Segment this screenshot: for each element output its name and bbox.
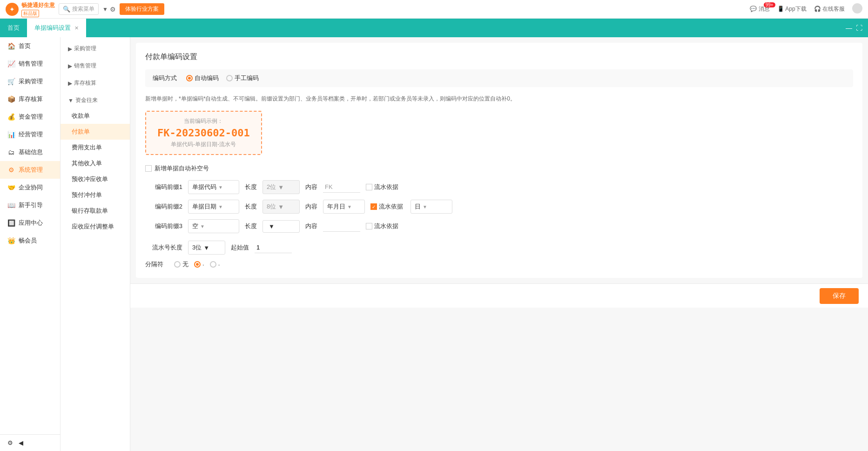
sales-icon: 📈: [7, 60, 15, 67]
prefix2-select[interactable]: 单据日期 ▼: [188, 200, 239, 214]
length2-label: 长度: [245, 202, 257, 211]
search-label: 搜索菜单: [72, 5, 94, 13]
prefix3-select[interactable]: 空 ▼: [188, 219, 239, 233]
subnav-purchase-title[interactable]: ▶ 采购管理: [61, 41, 130, 56]
finance-icon: 💰: [7, 113, 15, 121]
operation-icon: 📊: [7, 131, 15, 138]
sidebar-item-inventory[interactable]: 📦 库存核算: [0, 90, 60, 108]
message-icon: 💬: [750, 6, 757, 12]
length2-arrow-icon: ▼: [278, 203, 284, 210]
encoding-radio-group: 自动编码 手工编码: [186, 74, 259, 82]
minimize-icon[interactable]: —: [846, 24, 852, 32]
subnav-item-adj[interactable]: 应收应付调整单: [61, 219, 130, 235]
prefix1-select[interactable]: 单据代码 ▼: [188, 180, 239, 194]
subnav-item-other-income[interactable]: 其他收入单: [61, 155, 130, 171]
sidebar-item-operation[interactable]: 📊 经营管理: [0, 126, 60, 143]
sidebar-item-guide[interactable]: 📖 新手引导: [0, 196, 60, 214]
main-layout: 🏠 首页 📈 销售管理 🛒 采购管理 📦 库存核算 💰 资金管理 📊 经: [0, 37, 868, 451]
liushui3-check[interactable]: 流水依据: [366, 222, 398, 230]
subnav-item-receipt[interactable]: 收款单: [61, 108, 130, 124]
message-area[interactable]: 💬 消息 99+: [750, 5, 769, 13]
tab-encoding-settings[interactable]: 单据编码设置 ✕: [27, 19, 86, 37]
subnav-group-purchase: ▶ 采购管理: [61, 41, 130, 56]
bottom-bar: 保存: [130, 283, 868, 308]
subnav-inventory-title[interactable]: ▶ 库存核算: [61, 75, 130, 91]
code-preview-value: FK-20230602-001: [157, 127, 250, 139]
start-input[interactable]: [255, 242, 292, 253]
serial-select[interactable]: 3位 ▼: [188, 241, 225, 255]
content2-label: 内容: [305, 202, 317, 211]
inventory-icon: 📦: [7, 95, 15, 103]
form-row-2: 编码前缀2 单据日期 ▼ 长度 8位 ▼ 内容 年月日: [145, 200, 853, 214]
save-button[interactable]: 保存: [820, 288, 859, 304]
user-area[interactable]: [852, 3, 862, 15]
encoding-label: 编码方式: [153, 74, 177, 82]
sep-dot-radio[interactable]: ·: [194, 261, 204, 268]
length1-select[interactable]: 2位 ▼: [262, 180, 300, 194]
sidebar-bottom: ⚙ ◀: [0, 434, 60, 451]
subnav-item-bank[interactable]: 银行存取款单: [61, 203, 130, 219]
settings-icon[interactable]: ⚙: [110, 6, 116, 13]
search-box[interactable]: 🔍 搜索菜单: [59, 3, 99, 15]
auto-fill-row: 新增单据自动补空号: [145, 164, 853, 173]
auto-fill-checkbox[interactable]: [145, 165, 152, 172]
content2-select[interactable]: 年月日 ▼: [323, 200, 365, 214]
settings-bottom-icon[interactable]: ⚙: [7, 439, 13, 446]
form-row-1: 编码前缀1 单据代码 ▼ 长度 2位 ▼ 内容: [145, 180, 853, 194]
period2-arrow-icon: ▼: [423, 204, 427, 209]
topbar-right: 💬 消息 99+ 📱 App下载 🎧 在线客服: [750, 3, 862, 15]
sidebar-item-home[interactable]: 🏠 首页: [0, 37, 60, 55]
app-download[interactable]: 📱 App下载: [777, 5, 807, 13]
collapse-icon[interactable]: ◀: [19, 439, 23, 446]
sep-dot2-radio[interactable]: ·: [210, 261, 220, 268]
liushui2-check[interactable]: ✓ 流水依据: [370, 202, 403, 211]
subnav-group-sales: ▶ 销售管理: [61, 58, 130, 74]
tab-close-icon[interactable]: ✕: [74, 25, 79, 31]
topbar: ✦ 畅捷通好生意 标品版 🔍 搜索菜单 ▼ ⚙ 体验行业方案 💬 消息 99+ …: [0, 0, 868, 19]
liushui2-period-select[interactable]: 日 ▼: [410, 200, 452, 214]
sidebar-item-app[interactable]: 🔲 应用中心: [0, 214, 60, 232]
start-label: 起始值: [231, 243, 249, 252]
prefix3-label: 编码前缀3: [145, 222, 182, 230]
subnav-group-finance: ▼ 资金往来 收款单 付款单 费用支出单 其他收入单 预收冲应收单: [61, 93, 130, 235]
serial-arrow-icon: ▼: [203, 244, 209, 251]
code-preview-sub: 单据代码-单据日期-流水号: [157, 141, 250, 148]
sidebar: 🏠 首页 📈 销售管理 🛒 采购管理 📦 库存核算 💰 资金管理 📊 经: [0, 37, 61, 451]
tabbar: 首页 单据编码设置 ✕ — ⛶: [0, 19, 868, 37]
main-content: 付款单编码设置 编码方式 自动编码 手工编码: [130, 37, 868, 451]
subnav-item-expense[interactable]: 费用支出单: [61, 140, 130, 155]
content3-input[interactable]: [323, 221, 360, 232]
liushui1-checkbox[interactable]: [366, 184, 372, 190]
sep-none-radio[interactable]: 无: [174, 260, 188, 269]
liushui2-checkbox[interactable]: ✓: [370, 203, 377, 210]
subnav-group-inventory: ▶ 库存核算: [61, 75, 130, 91]
maximize-icon[interactable]: ⛶: [856, 24, 862, 32]
headset-icon: 🎧: [814, 6, 821, 12]
sidebar-item-system[interactable]: ⚙ 系统管理: [0, 161, 60, 179]
online-service[interactable]: 🎧 在线客服: [814, 5, 845, 13]
liushui1-check[interactable]: 流水依据: [366, 183, 398, 191]
serial-label: 流水号长度: [145, 243, 182, 252]
sidebar-item-sales[interactable]: 📈 销售管理: [0, 55, 60, 73]
subnav-sales-title[interactable]: ▶ 销售管理: [61, 58, 130, 74]
subnav-item-payment[interactable]: 付款单: [61, 124, 130, 140]
length3-select[interactable]: ▼: [262, 220, 300, 233]
length2-select[interactable]: 8位 ▼: [262, 200, 300, 214]
manual-encode-radio[interactable]: 手工编码: [226, 74, 259, 82]
tab-home[interactable]: 首页: [0, 19, 27, 37]
content2-arrow-icon: ▼: [347, 204, 352, 209]
sidebar-item-finance[interactable]: 💰 资金管理: [0, 108, 60, 126]
home-icon: 🏠: [7, 42, 15, 50]
enterprise-icon: 🤝: [7, 184, 15, 191]
subnav-finance-title[interactable]: ▼ 资金往来: [61, 93, 130, 108]
promo-button[interactable]: 体验行业方案: [120, 3, 164, 15]
auto-encode-radio[interactable]: 自动编码: [186, 74, 219, 82]
sidebar-item-member[interactable]: 👑 畅会员: [0, 232, 60, 249]
sidebar-item-purchase[interactable]: 🛒 采购管理: [0, 73, 60, 90]
subnav-item-advance-recv[interactable]: 预收冲应收单: [61, 171, 130, 187]
subnav-item-advance-pay[interactable]: 预付冲付单: [61, 187, 130, 203]
liushui3-checkbox[interactable]: [366, 223, 372, 229]
prefix2-label: 编码前缀2: [145, 202, 182, 211]
sidebar-item-enterprise[interactable]: 🤝 企业协同: [0, 179, 60, 196]
sidebar-item-basic-info[interactable]: 🗂 基础信息: [0, 143, 60, 161]
